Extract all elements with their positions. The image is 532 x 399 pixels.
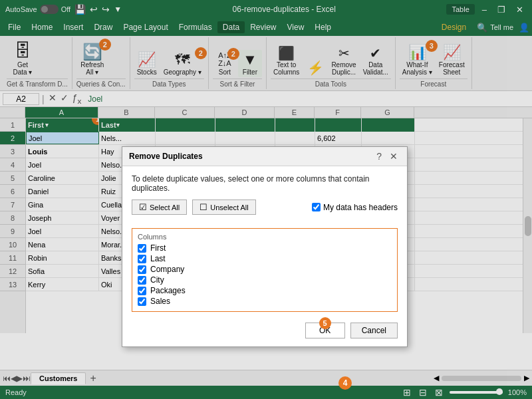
headers-checkbox-row: My data has headers xyxy=(312,203,398,212)
columns-header: Columns xyxy=(138,233,392,241)
list-item: Sales xyxy=(138,297,392,306)
col-sales-checkbox[interactable] xyxy=(138,297,146,306)
col-company-label: Company xyxy=(150,265,184,274)
unselect-all-button[interactable]: ☐ Unselect All xyxy=(192,200,255,215)
headers-checkbox[interactable] xyxy=(312,203,321,211)
dialog-description: To delete duplicate values, select one o… xyxy=(132,174,398,193)
select-all-button[interactable]: ☑ Select All xyxy=(132,200,187,215)
list-item: City xyxy=(138,275,392,285)
dialog-columns-box: Columns First Last Company City xyxy=(132,228,398,312)
cancel-button[interactable]: Cancel xyxy=(350,323,398,338)
list-item: First xyxy=(138,243,392,253)
unselect-all-label: Unselect All xyxy=(210,203,248,211)
dialog-title-text: Remove Duplicates xyxy=(129,152,203,161)
col-sales-label: Sales xyxy=(150,297,170,306)
col-company-checkbox[interactable] xyxy=(138,265,146,274)
col-last-label: Last xyxy=(150,254,166,263)
dialog-close-button[interactable]: ✕ xyxy=(387,151,400,162)
list-item: Packages xyxy=(138,286,392,295)
col-packages-checkbox[interactable] xyxy=(138,287,146,295)
select-all-label: Select All xyxy=(150,203,180,211)
list-item: Last xyxy=(138,254,392,263)
dialog-body: To delete duplicate values, select one o… xyxy=(122,166,407,346)
col-last-checkbox[interactable] xyxy=(138,255,146,263)
unselect-all-icon: ☐ xyxy=(200,202,207,212)
dialog-select-buttons: ☑ Select All ☐ Unselect All xyxy=(132,200,256,215)
headers-checkbox-label: My data has headers xyxy=(323,203,398,212)
dialog-title-buttons: ? ✕ xyxy=(374,151,400,162)
list-item: Company xyxy=(138,265,392,274)
col-packages-label: Packages xyxy=(150,286,186,295)
badge-4: 4 xyxy=(338,376,352,390)
badge-5: 5 xyxy=(319,317,331,329)
dialog-overlay: Remove Duplicates ? ✕ To delete duplicat… xyxy=(0,0,532,399)
dialog-footer: OK 5 Cancel xyxy=(132,320,398,338)
remove-duplicates-dialog: Remove Duplicates ? ✕ To delete duplicat… xyxy=(122,146,408,347)
col-first-checkbox[interactable] xyxy=(138,244,146,253)
col-first-label: First xyxy=(150,243,166,253)
select-all-icon: ☑ xyxy=(139,202,147,212)
col-city-checkbox[interactable] xyxy=(138,276,146,285)
dialog-title-bar: Remove Duplicates ? ✕ xyxy=(122,147,407,166)
col-city-label: City xyxy=(150,275,164,285)
dialog-help-button[interactable]: ? xyxy=(374,151,384,162)
